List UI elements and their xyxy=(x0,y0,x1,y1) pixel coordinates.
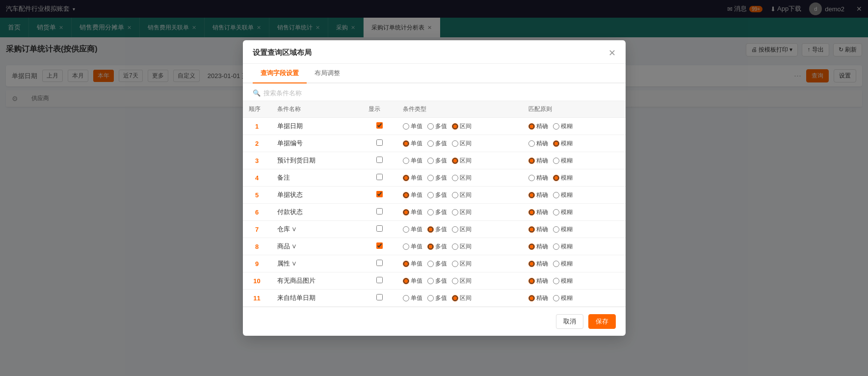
match-radio-exact[interactable]: 精确 xyxy=(528,277,548,285)
match-radio-exact[interactable]: 精确 xyxy=(528,242,548,251)
type-radio-input-single[interactable] xyxy=(403,278,409,284)
match-radio-fuzzy[interactable]: 模糊 xyxy=(553,208,573,216)
match-radio-input-fuzzy[interactable] xyxy=(553,158,559,164)
match-radio-exact[interactable]: 精确 xyxy=(528,191,548,199)
type-radio-single[interactable]: 单值 xyxy=(403,225,422,234)
match-radio-fuzzy[interactable]: 模糊 xyxy=(553,277,573,285)
type-radio-input-range[interactable] xyxy=(452,261,458,267)
type-radio-input-multi[interactable] xyxy=(427,192,434,198)
match-radio-input-exact[interactable] xyxy=(528,158,535,164)
show-checkbox[interactable] xyxy=(376,157,383,163)
type-radio-single[interactable]: 单值 xyxy=(403,260,422,268)
modal-tab-fields[interactable]: 查询字段设置 xyxy=(253,64,307,83)
match-radio-fuzzy[interactable]: 模糊 xyxy=(553,157,573,165)
show-checkbox[interactable] xyxy=(376,174,383,180)
cancel-button[interactable]: 取消 xyxy=(556,314,583,329)
match-radio-exact[interactable]: 精确 xyxy=(528,122,548,131)
type-radio-input-multi[interactable] xyxy=(427,278,434,284)
match-radio-exact[interactable]: 精确 xyxy=(528,260,548,268)
show-checkbox[interactable] xyxy=(376,139,383,146)
type-radio-input-single[interactable] xyxy=(403,226,409,233)
type-radio-input-range[interactable] xyxy=(452,192,458,198)
match-radio-fuzzy[interactable]: 模糊 xyxy=(553,191,573,199)
type-radio-multi[interactable]: 多值 xyxy=(427,208,447,216)
match-radio-input-exact[interactable] xyxy=(528,192,535,198)
type-radio-range[interactable]: 区间 xyxy=(452,174,472,182)
match-radio-fuzzy[interactable]: 模糊 xyxy=(553,294,573,302)
match-radio-exact[interactable]: 精确 xyxy=(528,225,548,234)
type-radio-single[interactable]: 单值 xyxy=(403,174,422,182)
match-radio-input-exact[interactable] xyxy=(528,175,535,181)
match-radio-exact[interactable]: 精确 xyxy=(528,294,548,302)
match-radio-input-fuzzy[interactable] xyxy=(553,192,559,198)
match-radio-input-fuzzy[interactable] xyxy=(553,209,559,215)
show-checkbox[interactable] xyxy=(376,208,383,215)
type-radio-input-multi[interactable] xyxy=(427,226,434,233)
type-radio-input-range[interactable] xyxy=(452,123,458,130)
type-radio-range[interactable]: 区间 xyxy=(452,294,472,302)
type-radio-input-single[interactable] xyxy=(403,175,409,181)
match-radio-input-exact[interactable] xyxy=(528,226,535,233)
match-radio-input-exact[interactable] xyxy=(528,123,535,130)
type-radio-input-range[interactable] xyxy=(452,175,458,181)
type-radio-input-range[interactable] xyxy=(452,295,458,301)
match-radio-input-exact[interactable] xyxy=(528,140,535,147)
type-radio-multi[interactable]: 多值 xyxy=(427,260,447,268)
type-radio-multi[interactable]: 多值 xyxy=(427,174,447,182)
type-radio-input-multi[interactable] xyxy=(427,158,434,164)
type-radio-single[interactable]: 单值 xyxy=(403,157,422,165)
match-radio-input-fuzzy[interactable] xyxy=(553,123,559,130)
type-radio-single[interactable]: 单值 xyxy=(403,277,422,285)
type-radio-range[interactable]: 区间 xyxy=(452,139,472,148)
type-radio-multi[interactable]: 多值 xyxy=(427,122,447,131)
type-radio-input-single[interactable] xyxy=(403,123,409,130)
type-radio-input-multi[interactable] xyxy=(427,243,434,250)
type-radio-input-range[interactable] xyxy=(452,243,458,250)
type-radio-input-single[interactable] xyxy=(403,243,409,250)
type-radio-multi[interactable]: 多值 xyxy=(427,294,447,302)
match-radio-input-fuzzy[interactable] xyxy=(553,226,559,233)
type-radio-range[interactable]: 区间 xyxy=(452,122,472,131)
match-radio-fuzzy[interactable]: 模糊 xyxy=(553,174,573,182)
type-radio-range[interactable]: 区间 xyxy=(452,225,472,234)
type-radio-single[interactable]: 单值 xyxy=(403,191,422,199)
match-radio-input-fuzzy[interactable] xyxy=(553,295,559,301)
type-radio-single[interactable]: 单值 xyxy=(403,139,422,148)
type-radio-input-single[interactable] xyxy=(403,140,409,147)
type-radio-input-single[interactable] xyxy=(403,261,409,267)
match-radio-input-fuzzy[interactable] xyxy=(553,140,559,147)
type-radio-multi[interactable]: 多值 xyxy=(427,139,447,148)
show-checkbox[interactable] xyxy=(376,277,383,283)
type-radio-single[interactable]: 单值 xyxy=(403,122,422,131)
show-checkbox[interactable] xyxy=(376,225,383,232)
type-radio-single[interactable]: 单值 xyxy=(403,208,422,216)
match-radio-input-fuzzy[interactable] xyxy=(553,175,559,181)
match-radio-exact[interactable]: 精确 xyxy=(528,208,548,216)
type-radio-range[interactable]: 区间 xyxy=(452,260,472,268)
type-radio-input-range[interactable] xyxy=(452,209,458,215)
show-checkbox[interactable] xyxy=(376,242,383,249)
show-checkbox[interactable] xyxy=(376,260,383,266)
type-radio-input-single[interactable] xyxy=(403,158,409,164)
type-radio-range[interactable]: 区间 xyxy=(452,157,472,165)
match-radio-exact[interactable]: 精确 xyxy=(528,139,548,148)
type-radio-multi[interactable]: 多值 xyxy=(427,242,447,251)
type-radio-single[interactable]: 单值 xyxy=(403,294,422,302)
match-radio-fuzzy[interactable]: 模糊 xyxy=(553,260,573,268)
type-radio-input-range[interactable] xyxy=(452,278,458,284)
type-radio-range[interactable]: 区间 xyxy=(452,242,472,251)
type-radio-multi[interactable]: 多值 xyxy=(427,225,447,234)
match-radio-fuzzy[interactable]: 模糊 xyxy=(553,122,573,131)
match-radio-input-fuzzy[interactable] xyxy=(553,261,559,267)
type-radio-input-range[interactable] xyxy=(452,140,458,147)
match-radio-input-exact[interactable] xyxy=(528,209,535,215)
type-radio-range[interactable]: 区间 xyxy=(452,277,472,285)
type-radio-input-multi[interactable] xyxy=(427,175,434,181)
show-checkbox[interactable] xyxy=(376,191,383,197)
type-radio-range[interactable]: 区间 xyxy=(452,208,472,216)
match-radio-input-exact[interactable] xyxy=(528,261,535,267)
show-checkbox[interactable] xyxy=(376,294,383,300)
match-radio-input-exact[interactable] xyxy=(528,278,535,284)
type-radio-input-multi[interactable] xyxy=(427,295,434,301)
match-radio-input-fuzzy[interactable] xyxy=(553,278,559,284)
